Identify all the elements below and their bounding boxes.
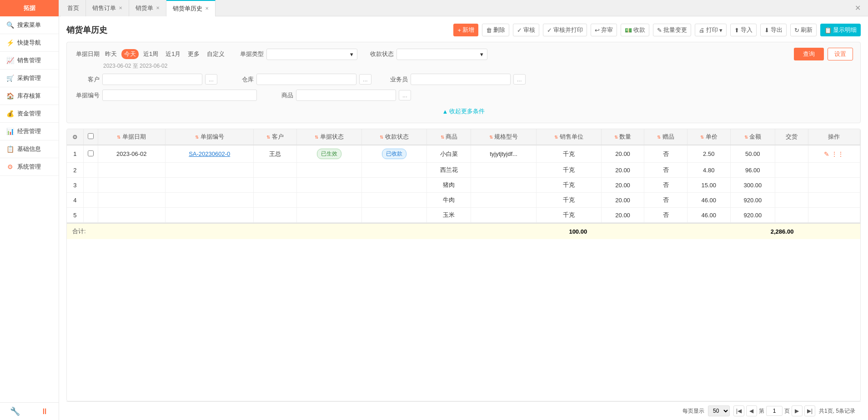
agent-label: 业务员 [382,75,408,84]
col-action: 操作 [808,129,860,145]
tab-sales-history-close[interactable]: ✕ [205,6,209,11]
cell-checkbox-0[interactable] [83,145,98,163]
filter-row-3: 单据编号 商品 ... [74,90,853,101]
col-qty[interactable]: ⇅ 数量 [601,129,644,145]
col-unit[interactable]: ⇅ 销售单位 [536,129,601,145]
tab-sales-order[interactable]: 销售订单 ✕ [86,0,129,16]
set-button[interactable]: 设置 [828,48,853,60]
col-customer[interactable]: ⇅ 客户 [254,129,297,145]
col-amount[interactable]: ⇅ 金额 [730,129,775,145]
customer-input[interactable] [102,74,202,85]
cell-checkbox-3[interactable] [83,193,98,208]
batch-change-button[interactable]: ✎ 批量变更 [653,24,691,36]
first-page-btn[interactable]: |◀ [733,405,744,416]
edit-icon[interactable]: ✎ [824,150,829,158]
shortcut-last7[interactable]: 近1周 [140,49,161,59]
next-page-btn[interactable]: ▶ [792,405,803,416]
collect-select[interactable]: ▾ [396,49,487,60]
tab-sales-order-close[interactable]: ✕ [119,5,122,10]
cell-date-4 [98,208,166,223]
refresh-button[interactable]: ↻ 刷新 [790,24,817,36]
sidebar-item-search[interactable]: 🔍 搜索菜单 [0,16,59,34]
shortcut-yesterday[interactable]: 昨天 [102,49,120,59]
tab-bar-close-btn[interactable]: ✕ [849,4,866,12]
sidebar-item-purchase[interactable]: 🛒 采购管理 [0,70,59,87]
sidebar-settings-btn[interactable]: 🔧 [10,406,20,416]
page-input[interactable] [766,406,783,416]
cell-gift-0: 否 [644,145,687,163]
col-date[interactable]: ⇅ 单据日期 [98,129,166,145]
cell-docno-0[interactable]: SA-20230602-0 [166,145,254,163]
col-paystatus[interactable]: ⇅ 收款状态 [362,129,427,145]
sidebar-pause-btn[interactable]: ⏸ [40,407,49,416]
sidebar-item-finance[interactable]: 💰 资金管理 [0,105,59,123]
tab-home[interactable]: 首页 [61,0,86,16]
paystatus-col-label: 收款状态 [385,133,409,140]
delete-button[interactable]: 🗑 删除 [482,24,509,36]
abandon-button[interactable]: ↩ 弃审 [591,24,617,36]
tab-sales-delivery[interactable]: 销货单 ✕ [129,0,166,16]
tab-sales-delivery-close[interactable]: ✕ [156,5,160,10]
cell-docno-2[interactable] [166,178,254,193]
tab-sales-history[interactable]: 销货单历史 ✕ [166,0,216,16]
select-all-checkbox[interactable] [88,133,94,139]
sidebar-item-inventory[interactable]: 🏠 库存核算 [0,87,59,105]
col-settings[interactable]: ⚙ [67,129,83,145]
goods-input[interactable] [296,90,396,101]
audit-print-icon: ✓ [547,27,552,34]
print-button[interactable]: 🖨 打印 ▾ [695,24,727,36]
prev-page-btn[interactable]: ◀ [746,405,757,416]
sidebar-item-sales[interactable]: 📈 销售管理 [0,52,59,70]
export-button[interactable]: ⬇ 导出 [760,24,787,36]
col-docstatus[interactable]: ⇅ 单据状态 [297,129,362,145]
agent-input[interactable] [411,74,511,85]
cell-checkbox-1[interactable] [83,163,98,178]
col-unitprice[interactable]: ⇅ 单价 [687,129,730,145]
shortcut-custom[interactable]: 自定义 [204,49,227,59]
cell-unit-4: 千克 [536,208,601,223]
import-button[interactable]: ⬆ 导入 [730,24,757,36]
amount-col-label: 金额 [749,133,761,140]
shortcut-today[interactable]: 今天 [121,49,139,59]
more-icon[interactable]: ⋮⋮ [831,150,844,158]
shortcut-last1m[interactable]: 近1月 [163,49,183,59]
col-spec[interactable]: ⇅ 规格型号 [471,129,536,145]
col-docno[interactable]: ⇅ 单据编号 [166,129,254,145]
warehouse-ellipsis[interactable]: ... [359,74,371,85]
cell-docno-4[interactable] [166,208,254,223]
per-page-select[interactable]: 50 [708,405,730,416]
cell-qty-3: 20.00 [601,193,644,208]
agent-ellipsis[interactable]: ... [513,74,526,85]
col-goods[interactable]: ⇅ 商品 [427,129,471,145]
sidebar-item-label: 搜索菜单 [17,21,41,29]
query-button[interactable]: 查询 [794,48,824,60]
cell-amount-4: 920.00 [730,208,775,223]
doctype-select[interactable]: ▾ [266,49,357,60]
customer-ellipsis[interactable]: ... [205,74,217,85]
filter-date-field: 单据日期 昨天 今天 近1周 近1月 更多 自定义 [74,49,227,59]
export-label: 导出 [771,26,783,34]
col-gift[interactable]: ⇅ 赠品 [644,129,687,145]
cell-checkbox-4[interactable] [83,208,98,223]
collect-button[interactable]: 💵 收款 [621,24,649,36]
sidebar-item-basic[interactable]: 📋 基础信息 [0,140,59,158]
show-detail-button[interactable]: 📋 显示明细 [820,24,861,36]
cell-docno-3[interactable] [166,193,254,208]
sidebar-item-operations[interactable]: 📊 经营管理 [0,123,59,140]
collapse-btn[interactable]: ▲ 收起更多条件 [74,105,853,117]
last-page-btn[interactable]: ▶| [804,405,815,416]
sidebar-item-quick[interactable]: ⚡ 快捷导航 [0,34,59,52]
goods-ellipsis[interactable]: ... [399,90,411,100]
sidebar-item-system[interactable]: ⚙ 系统管理 [0,158,59,176]
audit-print-button[interactable]: ✓ 审核并打印 [543,24,587,36]
audit-button[interactable]: ✓ 审核 [513,24,539,36]
docno-input[interactable] [102,90,257,101]
purchase-icon: 🛒 [6,75,14,82]
col-checkbox[interactable] [83,129,98,145]
sidebar-item-label: 快捷导航 [17,39,41,47]
warehouse-input[interactable] [256,74,356,85]
cell-docno-1[interactable] [166,163,254,178]
shortcut-more[interactable]: 更多 [185,49,202,59]
cell-checkbox-2[interactable] [83,178,98,193]
new-button[interactable]: + 新增 [453,24,478,36]
